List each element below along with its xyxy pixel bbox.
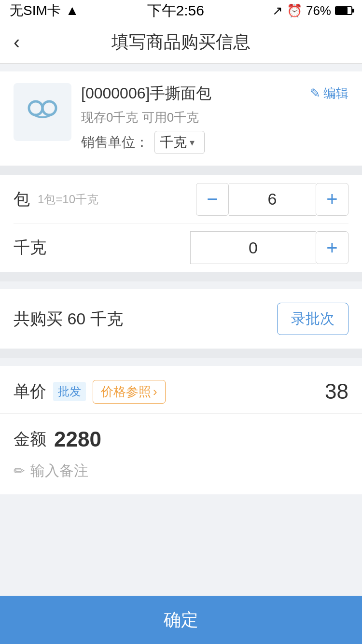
amount-label: 金额 <box>14 428 46 450</box>
qianke-qty-control: + <box>190 231 348 264</box>
price-reference-button[interactable]: 价格参照 › <box>93 380 166 404</box>
remark-placeholder: 输入备注 <box>30 461 88 481</box>
price-label: 单价 <box>14 380 46 403</box>
bao-hint: 1包=10千克 <box>38 192 98 207</box>
bao-row: 包 1包=10千克 − + <box>14 175 348 224</box>
batch-button[interactable]: 录批次 <box>277 303 348 335</box>
bao-plus-button[interactable]: + <box>316 183 348 216</box>
price-ref-label: 价格参照 <box>101 383 151 400</box>
edit-icon: ✎ <box>310 86 320 101</box>
unit-select[interactable]: 千克 ▾ <box>154 131 205 154</box>
unit-label: 销售单位： <box>81 133 149 152</box>
product-stock: 现存0千克 可用0千克 <box>81 109 348 126</box>
qianke-text: 千克 <box>14 237 46 259</box>
bao-input-section: 包 1包=10千克 − + 千克 + <box>0 175 362 272</box>
page-title: 填写商品购买信息 <box>111 30 251 54</box>
amount-row: 金额 2280 <box>14 427 348 451</box>
edit-button[interactable]: ✎ 编辑 <box>310 85 348 102</box>
wifi-icon: ▲ <box>66 3 79 18</box>
divider-1 <box>0 166 362 175</box>
batch-tag: 批发 <box>53 382 86 401</box>
alarm-icon: ⏰ <box>287 3 302 18</box>
qianke-row: 千克 + <box>14 224 348 272</box>
confirm-button[interactable]: 确定 <box>0 596 362 644</box>
unit-value: 千克 <box>160 133 187 152</box>
bao-text: 包 <box>14 188 30 210</box>
back-button[interactable]: ‹ <box>14 31 20 53</box>
status-time: 下午2:56 <box>147 1 204 21</box>
battery-icon <box>335 6 352 15</box>
status-left: 无SIM卡 ▲ <box>10 1 79 20</box>
pencil-icon: ✏ <box>14 463 25 479</box>
product-card: [0000006]手撕面包 现存0千克 可用0千克 销售单位： 千克 ▾ ✎ 编… <box>0 71 362 166</box>
dropdown-arrow-icon: ▾ <box>190 137 195 148</box>
product-name: [0000006]手撕面包 <box>81 83 348 104</box>
price-row: 单价 批发 价格参照 › 38 <box>14 379 348 413</box>
qianke-label: 千克 <box>14 237 46 259</box>
confirm-label: 确定 <box>164 608 198 632</box>
price-value: 38 <box>325 379 348 404</box>
bao-qty-control: − + <box>196 183 348 216</box>
bao-minus-button[interactable]: − <box>196 183 229 216</box>
qianke-quantity-input[interactable] <box>190 231 316 264</box>
product-info: [0000006]手撕面包 现存0千克 可用0千克 销售单位： 千克 ▾ <box>81 83 348 154</box>
summary-text: 共购买 60 千克 <box>14 308 123 330</box>
bao-quantity-input[interactable] <box>229 183 316 216</box>
price-left: 单价 批发 价格参照 › <box>14 380 166 404</box>
location-icon: ↗ <box>272 3 283 18</box>
price-ref-arrow-icon: › <box>153 384 157 399</box>
carrier-text: 无SIM卡 <box>10 1 61 20</box>
nav-bar: ‹ 填写商品购买信息 <box>0 21 362 64</box>
remark-row[interactable]: ✏ 输入备注 <box>14 461 348 481</box>
amount-section: 金额 2280 ✏ 输入备注 <box>0 413 362 494</box>
status-bar: 无SIM卡 ▲ 下午2:56 ↗ ⏰ 76% <box>0 0 362 21</box>
edit-label: 编辑 <box>323 85 348 102</box>
status-right: ↗ ⏰ 76% <box>272 3 352 18</box>
divider-2 <box>0 272 362 281</box>
summary-section: 共购买 60 千克 录批次 <box>0 289 362 349</box>
bao-label: 包 1包=10千克 <box>14 188 98 210</box>
product-image <box>14 83 71 141</box>
battery-text: 76% <box>306 3 331 18</box>
product-unit-row: 销售单位： 千克 ▾ <box>81 131 348 154</box>
price-section: 单价 批发 价格参照 › 38 <box>0 366 362 413</box>
qianke-plus-button[interactable]: + <box>316 231 348 264</box>
divider-3 <box>0 349 362 358</box>
amount-value: 2280 <box>54 427 101 451</box>
